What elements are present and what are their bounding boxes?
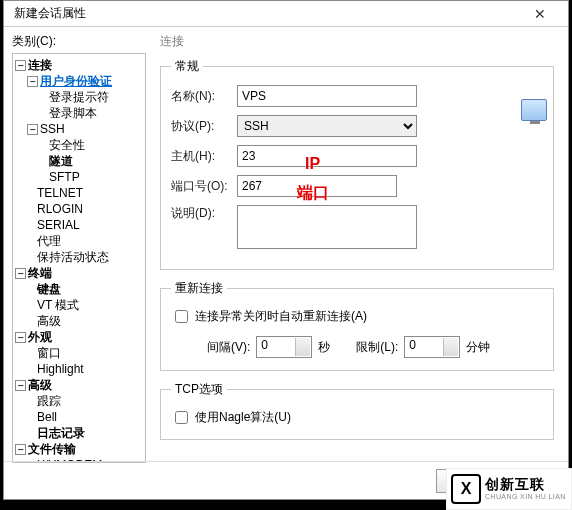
category-label: 类别(C): <box>12 33 146 50</box>
name-input[interactable] <box>237 85 417 107</box>
tcp-fieldset: TCP选项 使用Nagle算法(U) <box>160 381 554 440</box>
tree-node-window[interactable]: 窗口 <box>15 345 143 361</box>
port-input[interactable] <box>237 175 397 197</box>
category-tree[interactable]: −连接 −用户身份验证 登录提示符 登录脚本 −SSH 安全性 隧道 SFTP … <box>12 53 146 463</box>
description-textarea[interactable] <box>237 205 417 249</box>
protocol-select[interactable]: SSH <box>237 115 417 137</box>
collapse-icon[interactable]: − <box>15 332 26 343</box>
tree-node-bell[interactable]: Bell <box>15 409 143 425</box>
tree-node-tunnel[interactable]: 隧道 <box>15 153 143 169</box>
limit-label: 限制(L): <box>356 339 398 356</box>
tree-node-login-prompt[interactable]: 登录提示符 <box>15 89 143 105</box>
tree-node-rlogin[interactable]: RLOGIN <box>15 201 143 217</box>
auto-reconnect-checkbox[interactable] <box>175 310 188 323</box>
tree-node-appearance[interactable]: −外观 <box>15 329 143 345</box>
protocol-label: 协议(P): <box>171 118 237 135</box>
tree-node-ssh[interactable]: −SSH <box>15 121 143 137</box>
collapse-icon[interactable]: − <box>15 60 26 71</box>
collapse-icon[interactable]: − <box>15 268 26 279</box>
minutes-label: 分钟 <box>466 339 490 356</box>
watermark-text-en: CHUANG XIN HU LIAN <box>485 493 566 501</box>
tcp-legend: TCP选项 <box>171 381 227 398</box>
tree-node-login-script[interactable]: 登录脚本 <box>15 105 143 121</box>
tree-node-vt-mode[interactable]: VT 模式 <box>15 297 143 313</box>
tree-node-advanced[interactable]: −高级 <box>15 377 143 393</box>
host-label: 主机(H): <box>171 148 237 165</box>
port-label: 端口号(O): <box>171 178 237 195</box>
tree-node-keyboard[interactable]: 键盘 <box>15 281 143 297</box>
tree-node-sftp[interactable]: SFTP <box>15 169 143 185</box>
page-heading: 连接 <box>160 33 554 50</box>
nagle-checkbox[interactable] <box>175 411 188 424</box>
tree-node-advanced-terminal[interactable]: 高级 <box>15 313 143 329</box>
seconds-label: 秒 <box>318 339 330 356</box>
auto-reconnect-label: 连接异常关闭时自动重新连接(A) <box>195 308 367 325</box>
tree-node-user-auth[interactable]: −用户身份验证 <box>15 73 143 89</box>
interval-label: 间隔(V): <box>207 339 250 356</box>
description-label: 说明(D): <box>171 205 237 222</box>
collapse-icon[interactable]: − <box>15 444 26 455</box>
reconnect-fieldset: 重新连接 连接异常关闭时自动重新连接(A) 间隔(V): 0 秒 限制(L): … <box>160 280 554 371</box>
tree-node-trace[interactable]: 跟踪 <box>15 393 143 409</box>
watermark-text-ch: 创新互联 <box>485 477 566 492</box>
nagle-label: 使用Nagle算法(U) <box>195 409 291 426</box>
content-pane: 连接 常规 名称(N): 协议(P): SSH 主机(H): <box>154 27 568 461</box>
tree-node-highlight[interactable]: Highlight <box>15 361 143 377</box>
dialog-title: 新建会话属性 <box>14 5 522 22</box>
interval-stepper[interactable]: 0 <box>256 336 312 358</box>
limit-stepper[interactable]: 0 <box>404 336 460 358</box>
titlebar[interactable]: 新建会话属性 ✕ <box>4 1 568 27</box>
tree-node-keepalive[interactable]: 保持活动状态 <box>15 249 143 265</box>
watermark: X 创新互联 CHUANG XIN HU LIAN <box>446 468 572 510</box>
tree-node-terminal[interactable]: −终端 <box>15 265 143 281</box>
watermark-logo-icon: X <box>451 474 481 504</box>
tree-node-security[interactable]: 安全性 <box>15 137 143 153</box>
tree-node-logging[interactable]: 日志记录 <box>15 425 143 441</box>
session-properties-dialog: 新建会话属性 ✕ 类别(C): −连接 −用户身份验证 登录提示符 登录脚本 −… <box>3 0 569 500</box>
close-icon[interactable]: ✕ <box>522 2 558 26</box>
tree-node-telnet[interactable]: TELNET <box>15 185 143 201</box>
reconnect-legend: 重新连接 <box>171 280 227 297</box>
collapse-icon[interactable]: − <box>27 124 38 135</box>
tree-node-connection[interactable]: −连接 <box>15 57 143 73</box>
tree-node-proxy[interactable]: 代理 <box>15 233 143 249</box>
collapse-icon[interactable]: − <box>15 380 26 391</box>
collapse-icon[interactable]: − <box>27 76 38 87</box>
tree-node-serial[interactable]: SERIAL <box>15 217 143 233</box>
general-fieldset: 常规 名称(N): 协议(P): SSH 主机(H): 端口号 <box>160 58 554 270</box>
tree-node-file-transfer[interactable]: −文件传输 <box>15 441 143 457</box>
host-input[interactable] <box>237 145 417 167</box>
name-label: 名称(N): <box>171 88 237 105</box>
general-legend: 常规 <box>171 58 203 75</box>
monitor-icon <box>521 99 547 121</box>
